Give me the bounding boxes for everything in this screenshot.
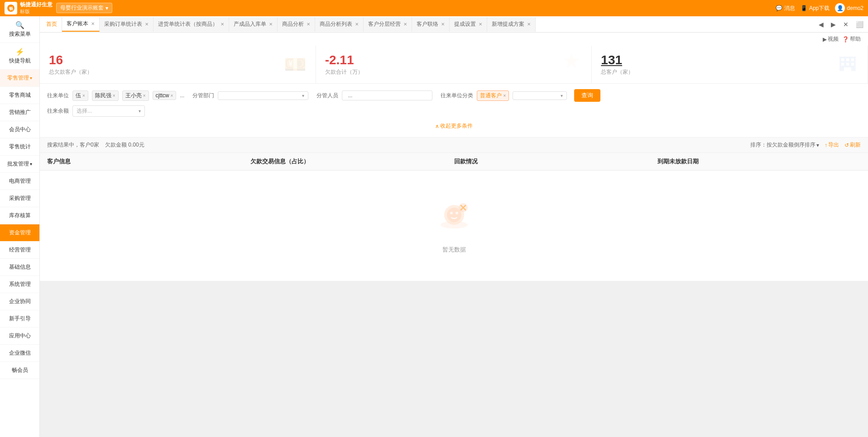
sidebar-item-finance[interactable]: 资金管理: [0, 224, 39, 242]
sidebar-item-inventory[interactable]: 库存核算: [0, 207, 39, 224]
tab-customer-ledger[interactable]: 客户账本 ✕: [62, 17, 100, 32]
collapse-btn[interactable]: ∧ 收起更多条件: [435, 122, 473, 130]
app-download-btn[interactable]: 📱 App下载: [801, 5, 830, 12]
tab-customer-layering-label: 客户分层经营: [368, 20, 401, 28]
filter-tag-1-close[interactable]: ×: [113, 93, 115, 98]
tab-finished-goods[interactable]: 产成品入库单 ✕: [229, 17, 278, 32]
sidebar-item-retail[interactable]: 零售管理 ▾: [0, 70, 39, 87]
sidebar-item-quick-nav[interactable]: ⚡ 快捷导航: [0, 43, 39, 70]
top-bar-left: 畅 畅捷通好生意 标版 母婴行业演示账套 ▾: [5, 1, 112, 14]
filter-tag-1-text: 陈民强: [95, 92, 111, 100]
tab-customer-layering[interactable]: 客户分层经营 ✕: [364, 17, 412, 32]
filter-tag-3-close[interactable]: ×: [171, 93, 173, 98]
sidebar-item-basic-info[interactable]: 基础信息: [0, 259, 39, 276]
filter-tag-2-close[interactable]: ×: [143, 93, 146, 98]
member-label: 会员中心: [2, 126, 38, 133]
tab-purchase-stats-close[interactable]: ✕: [221, 22, 224, 27]
sidebar-item-search[interactable]: 🔍 搜索菜单: [0, 16, 39, 43]
tab-new-commission[interactable]: 新增提成方案 ✕: [487, 17, 536, 32]
tab-close-all[interactable]: ✕: [840, 21, 851, 28]
category-filter-tag: 普通客户 ×: [477, 90, 509, 101]
dept-filter-select[interactable]: ▾: [218, 91, 308, 100]
app-center-label: 应用中心: [2, 332, 38, 340]
svg-point-15: [456, 212, 458, 214]
tab-home[interactable]: 首页: [42, 17, 62, 32]
sidebar-item-operation[interactable]: 经营管理: [0, 242, 39, 259]
sidebar-item-enterprise-collab[interactable]: 企业协同: [0, 293, 39, 310]
category-dropdown-icon: ▾: [561, 93, 563, 98]
tab-commission-settings-close[interactable]: ✕: [479, 22, 482, 27]
tab-finished-goods-close[interactable]: ✕: [269, 22, 273, 27]
filter-row-1: 往来单位 伍 × 陈民强 × 王小亮 ×: [47, 89, 861, 102]
query-button[interactable]: 查询: [574, 89, 600, 102]
tab-purchase-stats[interactable]: 进货单统计表（按商品） ✕: [153, 17, 229, 32]
tab-customer-ledger-close[interactable]: ✕: [91, 21, 95, 26]
svg-rect-7: [841, 63, 844, 66]
balance-filter-label: 往来余额: [47, 107, 69, 115]
main-layout: 🔍 搜索菜单 ⚡ 快捷导航 零售管理 ▾ 零售商城 营销推广 会员中心: [0, 16, 868, 437]
video-btn[interactable]: ▶ 视频: [823, 35, 839, 43]
tab-purchase-order-close[interactable]: ✕: [145, 22, 149, 27]
sidebar-item-marketing[interactable]: 营销推广: [0, 104, 39, 121]
sidebar-item-member[interactable]: 会员中心: [0, 121, 39, 138]
tab-goods-analysis-close[interactable]: ✕: [307, 22, 310, 27]
sidebar-item-wholesale[interactable]: 批发管理 ▾: [0, 156, 39, 173]
tab-customer-ledger-label: 客户账本: [67, 20, 88, 28]
category-filter-select[interactable]: ▾: [513, 91, 567, 100]
category-tag-text: 普通客户: [480, 92, 502, 100]
tab-commission-settings[interactable]: 提成设置 ✕: [450, 17, 487, 32]
beginner-guide-label: 新手引导: [2, 315, 38, 323]
filter-tag-0: 伍 ×: [72, 90, 88, 101]
tab-goods-analysis-list-close[interactable]: ✕: [355, 22, 359, 27]
category-filter-label: 往来单位分类: [441, 92, 473, 100]
sidebar-item-app-center[interactable]: 应用中心: [0, 328, 39, 345]
filter-tag-0-text: 伍: [76, 92, 81, 100]
user-menu[interactable]: 👤 demo2: [835, 3, 863, 13]
tab-goods-analysis-list[interactable]: 商品分析列表 ✕: [315, 17, 364, 32]
system-label: 系统管理: [2, 280, 38, 288]
sidebar-item-ecommerce[interactable]: 电商管理: [0, 173, 39, 190]
tab-customer-layering-close[interactable]: ✕: [403, 22, 407, 27]
tab-new-commission-close[interactable]: ✕: [527, 22, 531, 27]
svg-marker-2: [564, 53, 579, 68]
sidebar-item-chang-member[interactable]: 畅会员: [0, 362, 39, 379]
unit-filter-label: 往来单位: [47, 92, 69, 100]
sidebar-item-purchase[interactable]: 采购管理: [0, 190, 39, 207]
export-btn[interactable]: ↑ 导出: [825, 141, 839, 149]
sort-select[interactable]: 排序：按欠款金额倒序排序 ▾: [750, 141, 819, 149]
person-filter-select[interactable]: ...: [342, 90, 432, 100]
table-header: 客户信息 欠款交易信息（占比） 回款情况 到期未放款日期: [40, 153, 868, 171]
tab-scroll-right[interactable]: ▶: [828, 21, 839, 28]
sidebar-item-system[interactable]: 系统管理: [0, 276, 39, 293]
tab-purchase-order[interactable]: 采购订单统计表 ✕: [100, 17, 153, 32]
balance-filter-select[interactable]: 选择... ▾: [72, 105, 145, 117]
messages-btn[interactable]: 💬 消息: [776, 5, 795, 12]
tab-maximize[interactable]: ⬜: [853, 21, 866, 28]
tab-goods-analysis[interactable]: 商品分析 ✕: [278, 17, 315, 32]
stat-total-debt-amount: -2.11 欠款合计（万）: [316, 46, 592, 83]
stat-total-debt-customers: 💴 16 总欠款客户（家）: [40, 46, 316, 83]
sidebar-item-retail-mall[interactable]: 零售商城: [0, 87, 39, 104]
company-selector[interactable]: 母婴行业演示账套 ▾: [56, 3, 112, 13]
content-area: 首页 客户账本 ✕ 采购订单统计表 ✕ 进货单统计表（按商品） ✕ 产成品入库单…: [40, 16, 868, 437]
sidebar-item-enterprise-wechat[interactable]: 企业微信: [0, 345, 39, 362]
sidebar-item-retail-stats[interactable]: 零售统计: [0, 138, 39, 156]
person-filter-more[interactable]: ...: [348, 92, 352, 99]
result-info: 搜索结果中，客户0家 欠款金额 0.00元: [47, 141, 144, 149]
stat-bg-building-icon: [837, 53, 858, 76]
tab-customer-contact[interactable]: 客户联络 ✕: [412, 17, 450, 32]
stat-label-2: 欠款合计（万）: [325, 68, 363, 76]
sidebar-item-beginner-guide[interactable]: 新手引导: [0, 310, 39, 328]
tab-scroll-left[interactable]: ◀: [816, 21, 826, 28]
col-header-customer: 客户信息: [47, 157, 250, 166]
help-btn[interactable]: ❓ 帮助: [842, 35, 861, 43]
download-icon: 📱: [801, 5, 807, 11]
filter-tags-more[interactable]: ...: [180, 92, 184, 99]
category-tag-close[interactable]: ×: [503, 93, 506, 98]
refresh-btn[interactable]: ↺ 刷新: [844, 141, 861, 149]
retail-arrow-icon: ▾: [30, 76, 32, 81]
balance-filter-value: 选择...: [77, 107, 92, 115]
svg-rect-10: [844, 67, 851, 71]
tab-customer-contact-close[interactable]: ✕: [441, 22, 445, 27]
filter-tag-0-close[interactable]: ×: [82, 93, 85, 98]
